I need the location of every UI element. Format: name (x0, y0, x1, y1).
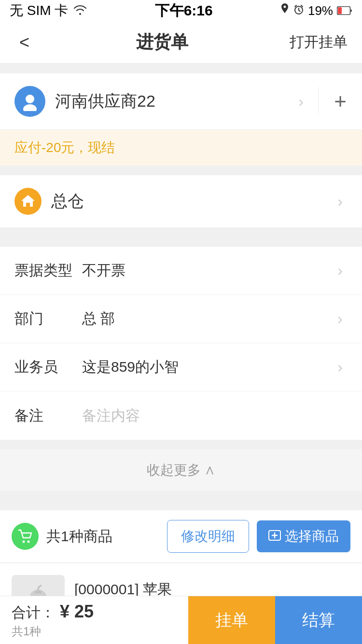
product-count-icon (12, 523, 39, 550)
supplier-row[interactable]: 河南供应商22 › (0, 73, 318, 129)
total-amount: ¥ 25 (60, 602, 94, 622)
chevron-right-icon: › (298, 93, 304, 111)
chevron-right-icon3: › (337, 262, 343, 280)
warehouse-section: 总仓 › (0, 175, 362, 227)
battery-percent: 19% (308, 3, 333, 18)
svg-point-5 (23, 541, 25, 543)
product-count-text: 共1种商品 (46, 527, 159, 546)
supplier-info-row: 应付-20元，现结 (0, 130, 362, 166)
collapse-label: 收起更多 ∧ (147, 462, 216, 477)
department-value: 总 部 (77, 309, 337, 329)
footer-total: 合计： ¥ 25 共1种 (0, 596, 188, 644)
supplier-section: 河南供应商22 › + (0, 73, 362, 130)
open-pending-button[interactable]: 打开挂单 (290, 32, 348, 52)
note-row[interactable]: 备注 备注内容 (0, 392, 362, 440)
battery-icon (337, 3, 352, 18)
total-count: 共1种 (12, 624, 177, 639)
chevron-right-icon2: › (337, 193, 343, 210)
cart-icon (17, 528, 33, 545)
select-product-label: 选择商品 (285, 527, 339, 546)
invoice-label: 票据类型 (14, 261, 77, 280)
settle-button[interactable]: 结算 (275, 596, 362, 644)
gap1 (0, 64, 362, 73)
salesman-value: 这是859的小智 (77, 357, 337, 377)
collapse-row[interactable]: 收起更多 ∧ (0, 449, 362, 491)
chevron-right-icon5: › (337, 358, 343, 376)
note-placeholder: 备注内容 (77, 406, 348, 426)
house-icon (20, 193, 36, 210)
department-label: 部门 (14, 309, 77, 329)
gap3 (0, 491, 362, 501)
status-right: 19% (280, 3, 352, 18)
gap2 (0, 227, 362, 237)
footer: 合计： ¥ 25 共1种 挂单 结算 (0, 596, 362, 644)
add-supplier-button[interactable]: + (319, 80, 362, 123)
pend-button[interactable]: 挂单 (188, 596, 275, 644)
wifi-icon (73, 3, 87, 18)
page-title: 进货单 (136, 30, 188, 54)
status-time: 下午6:16 (155, 1, 213, 21)
supplier-avatar (14, 86, 45, 117)
person-icon (20, 92, 40, 111)
form-section: 票据类型 不开票 › 部门 总 部 › 业务员 这是859的小智 › 备注 备注… (0, 247, 362, 440)
location-icon (280, 3, 290, 18)
nav-bar: < 进货单 打开挂单 (0, 21, 362, 64)
svg-point-3 (26, 95, 34, 103)
svg-point-4 (23, 104, 37, 111)
status-bar: 无 SIM 卡 下午6:16 19% (0, 0, 362, 21)
supplier-name: 河南供应商22 (55, 90, 298, 112)
note-label: 备注 (14, 406, 77, 426)
alarm-icon (293, 3, 304, 18)
product-header: 共1种商品 修改明细 选择商品 (0, 510, 362, 562)
total-label: 合计： (12, 603, 55, 623)
invoice-type-row[interactable]: 票据类型 不开票 › (0, 247, 362, 295)
total-line: 合计： ¥ 25 (12, 602, 177, 623)
svg-point-6 (28, 541, 30, 543)
chevron-right-icon4: › (337, 310, 343, 328)
warehouse-icon (14, 188, 42, 215)
select-product-button[interactable]: 选择商品 (257, 520, 350, 552)
salesman-row[interactable]: 业务员 这是859的小智 › (0, 343, 362, 392)
department-row[interactable]: 部门 总 部 › (0, 295, 362, 343)
warehouse-row[interactable]: 总仓 › (0, 175, 362, 227)
status-left: 无 SIM 卡 (10, 1, 87, 20)
select-product-icon (268, 529, 281, 544)
carrier-text: 无 SIM 卡 (10, 1, 68, 20)
warehouse-name: 总仓 (51, 190, 337, 212)
svg-rect-2 (338, 7, 342, 14)
back-button[interactable]: < (14, 28, 34, 57)
salesman-label: 业务员 (14, 357, 77, 377)
edit-detail-button[interactable]: 修改明细 (167, 520, 249, 553)
invoice-value: 不开票 (77, 261, 337, 280)
